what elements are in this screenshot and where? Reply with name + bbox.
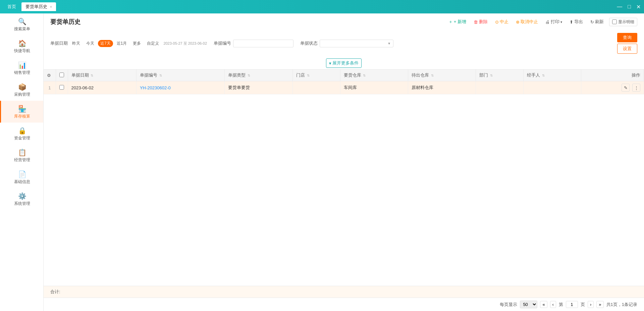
select-all-checkbox[interactable] [59,73,64,77]
expand-more-btn[interactable]: ▾ 展开更多条件 [326,58,362,68]
sidebar-item-inventory[interactable]: 🏪 库存核算 [0,101,43,123]
row-req-warehouse: 车间库 [340,81,408,94]
doc-no-label: 单据编号 [214,40,231,46]
table-container: ⚙ 单据日期 ⇅ 单据编号 ⇅ 单据类型 [44,70,644,286]
refresh-icon: ↻ [590,19,594,25]
show-detail-button[interactable]: 显示明细 [609,18,637,26]
doc-no-link[interactable]: YH-20230602-0 [140,85,171,90]
print-button[interactable]: 🖨 打印 ▾ [543,17,564,26]
edit-action-icon[interactable]: ✎ [622,84,630,92]
expand-label: 展开更多条件 [332,60,359,66]
sidebar-item-finance[interactable]: 🔒 资金管理 [0,123,43,144]
tab-requisition-history[interactable]: 要货单历史 × [21,2,56,11]
stop-label: 中止 [500,19,508,25]
sidebar-item-operations[interactable]: 📋 经营管理 [0,144,43,166]
sort-icon-doc-type: ⇅ [248,74,250,77]
per-page-label: 每页显示 [500,302,517,308]
stop-button[interactable]: ⊙ 中止 [493,17,511,26]
maximize-icon[interactable]: □ [628,4,631,10]
row-pending-warehouse: 原材料仓库 [408,81,476,94]
col-checkbox [56,70,68,81]
col-handler[interactable]: 经手人 ⇅ [523,70,581,81]
date-range-display: 2023-05-27 至 2023-06-02 [163,41,207,46]
sidebar-item-label: 库存核算 [14,114,30,119]
doc-status-select[interactable] [320,40,393,47]
sidebar-item-purchase[interactable]: 📦 采购管理 [0,79,43,101]
page-number-input[interactable] [566,301,578,308]
prev-page-button[interactable]: ‹ [550,301,556,308]
col-doc-type[interactable]: 单据类型 ⇅ [225,70,292,81]
sidebar-item-sales[interactable]: 📊 销售管理 [0,57,43,79]
tab-bar: 首页 要货单历史 × [3,2,56,11]
sidebar-item-search-menu[interactable]: 🔍 搜索菜单 [0,13,43,35]
sidebar-item-label: 销售管理 [14,70,30,76]
page-prefix-label: 第 [559,302,563,308]
more-action-icon[interactable]: ⋮ [632,84,640,92]
export-button[interactable]: ⬆ 导出 [568,17,585,26]
close-icon[interactable]: ✕ [636,4,641,10]
table-header-row: ⚙ 单据日期 ⇅ 单据编号 ⇅ 单据类型 [44,70,644,81]
row-checkbox[interactable] [59,85,64,90]
date-btn-7days[interactable]: 近7天 [98,40,113,47]
finance-icon: 🔒 [18,127,26,134]
export-label: 导出 [574,19,583,25]
col-department[interactable]: 部门 ⇅ [476,70,524,81]
refresh-button[interactable]: ↻ 刷新 [588,17,606,26]
doc-status-label: 单据状态 [300,40,318,46]
col-date[interactable]: 单据日期 ⇅ [68,70,136,81]
print-icon: 🖨 [545,19,550,25]
table-footer: 合计: [44,286,644,298]
row-store [292,81,340,94]
window-controls: — □ ✕ [617,4,641,10]
sidebar-item-system[interactable]: ⚙️ 系统管理 [0,188,43,210]
delete-button[interactable]: 🗑 删除 [472,17,490,26]
toolbar: ＋ + 新增 🗑 删除 ⊙ 中止 ⊗ 取消中止 [446,17,637,26]
query-button[interactable]: 查询 [617,33,637,42]
col-settings[interactable]: ⚙ [44,70,56,81]
next-page-button[interactable]: › [588,301,594,308]
page-suffix-label: 页 [581,302,585,308]
date-btn-today[interactable]: 今天 [84,40,97,47]
sidebar-item-quick-nav[interactable]: 🏠 快捷导航 [0,35,43,57]
per-page-select[interactable]: 50 100 200 [520,301,537,308]
cancel-stop-button[interactable]: ⊗ 取消中止 [514,17,540,26]
date-btn-custom[interactable]: 自定义 [145,40,161,47]
sidebar-item-basic-info[interactable]: 📄 基础信息 [0,166,43,188]
quick-nav-icon: 🏠 [18,40,26,47]
export-icon: ⬆ [570,19,573,25]
row-num: 1 [44,81,56,94]
total-label: 合计: [50,289,60,294]
filter-row: 单据日期 昨天 今天 近7天 近1月 更多 自定义 2023-05-27 至 2… [50,30,637,56]
sort-icon-doc-no: ⇅ [159,74,162,77]
col-pending-warehouse[interactable]: 待出仓库 ⇅ [408,70,476,81]
tab-home[interactable]: 首页 [3,2,20,11]
new-button[interactable]: ＋ + 新增 [446,17,468,26]
filter-buttons: 查询 设置 [617,33,637,54]
delete-label: 删除 [479,19,488,25]
top-bar: 首页 要货单历史 × — □ ✕ [0,0,644,13]
tab-close-icon[interactable]: × [50,5,52,9]
minimize-icon[interactable]: — [617,4,622,10]
sales-icon: 📊 [18,62,26,69]
sidebar-item-label: 快捷导航 [14,48,30,54]
basic-info-icon: 📄 [18,171,26,178]
date-btn-1month[interactable]: 近1月 [114,40,129,47]
doc-no-input[interactable] [233,40,293,47]
refresh-label: 刷新 [595,19,604,25]
date-shortcuts: 昨天 今天 近7天 近1月 更多 自定义 [70,40,161,47]
tab-label: 要货单历史 [25,4,47,9]
col-store[interactable]: 门店 ⇅ [292,70,340,81]
col-req-warehouse[interactable]: 要货仓库 ⇅ [340,70,408,81]
last-page-button[interactable]: » [596,301,603,308]
page-title: 要货单历史 [50,18,80,26]
show-detail-checkbox[interactable] [612,19,617,24]
row-handler [523,81,581,94]
row-actions: ✎ ⋮ [581,81,644,94]
col-actions: 操作 [581,70,644,81]
first-page-button[interactable]: « [540,301,547,308]
settings-button[interactable]: 设置 [617,44,637,54]
date-btn-yesterday[interactable]: 昨天 [70,40,83,47]
content-area: 要货单历史 ＋ + 新增 🗑 删除 ⊙ 中止 ⊗ [44,13,644,311]
col-doc-no[interactable]: 单据编号 ⇅ [136,70,225,81]
date-btn-more[interactable]: 更多 [130,40,143,47]
